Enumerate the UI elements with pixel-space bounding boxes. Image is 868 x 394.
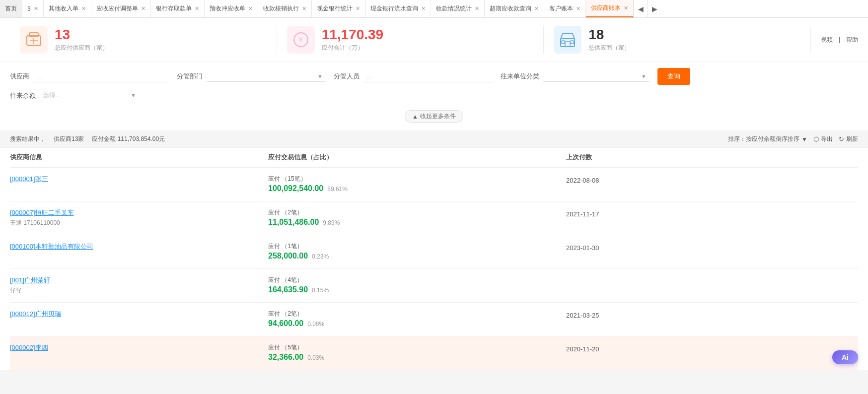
tx-percent-3: 0.23% (312, 253, 329, 260)
close-tab-ap-adjust[interactable]: ✕ (141, 5, 145, 12)
total-payable-suppliers-num: 13 (55, 28, 108, 42)
balance-filter-label: 往来余额 (10, 91, 36, 100)
category-filter-select[interactable]: ▼ (543, 71, 650, 82)
supplier-info-4: [001]广州荣轩 仔仔 (10, 276, 268, 295)
close-tab-overdue-query[interactable]: ✕ (534, 5, 539, 12)
nav-tab-other-income[interactable]: 其他收入单 ✕ (44, 0, 91, 17)
nav-tab-customer-account[interactable]: 客户账本 ✕ (544, 0, 586, 17)
supplier-sub-4: 仔仔 (10, 286, 268, 295)
close-tab-cash-bank-flow[interactable]: ✕ (421, 5, 426, 12)
supplier-filter-label: 供应商 (10, 72, 29, 81)
total-suppliers-label: 总供应商（家） (588, 44, 630, 52)
video-link[interactable]: 视频 (821, 36, 833, 44)
tx-amount-2: 11,051,486.00 (268, 218, 319, 227)
close-tab-3[interactable]: ✕ (34, 5, 38, 12)
summary-card-suppliers: 13 总应付供应商（家） (10, 26, 277, 54)
right-actions: 排序：按应付余额倒序排序 ▼ ⬡ 导出 ↻ 刷新 (728, 135, 858, 143)
nav-tab-overdue-query[interactable]: 超期应收款查询 ✕ (485, 0, 544, 17)
nav-tab-supplier-account[interactable]: 供应商账本 ✕ (586, 0, 634, 17)
help-link[interactable]: 帮助 (846, 36, 858, 44)
category-filter-label: 往来单位分类 (501, 72, 539, 81)
query-button[interactable]: 查询 (657, 68, 690, 85)
svg-rect-7 (565, 42, 570, 47)
export-label: 导出 (821, 135, 833, 143)
table-row: [000100]本特勤油品有限公司 应付 （1笔） 258,000.00 0.2… (10, 235, 858, 269)
svg-rect-8 (562, 41, 565, 44)
category-dropdown-arrow: ▼ (641, 73, 647, 79)
nav-tab-reconcile-exec[interactable]: 收款核销执行 ✕ (258, 0, 312, 17)
total-payable-amount-num: 11,170.39 (322, 28, 384, 42)
nav-tab-collection-stat[interactable]: 收款情况统计 ✕ (431, 0, 485, 17)
tx-percent-2: 9.89% (323, 219, 340, 226)
supplier-icon (20, 26, 48, 54)
dept-filter-select[interactable]: ▼ (207, 71, 326, 82)
balance-placeholder: 选择... (43, 91, 61, 100)
supplier-link-5[interactable]: [000012]广州贝瑞 (10, 310, 61, 318)
close-tab-cash-bank-stat[interactable]: ✕ (356, 5, 360, 12)
nav-tab-cash-bank-stat[interactable]: 现金银行统计 ✕ (312, 0, 365, 17)
ai-button[interactable]: Ai (832, 350, 858, 364)
nav-tab-home[interactable]: 首页 (0, 0, 22, 17)
total-suppliers-num: 18 (588, 28, 630, 42)
table-header: 供应商信息 应付交易信息（占比） 上次付数 (10, 148, 858, 168)
table-row: [000007]恒旺二手叉车 王通 17106110000 应付 （2笔） 11… (10, 201, 858, 235)
close-tab-customer-account[interactable]: ✕ (576, 5, 580, 12)
supplier-link-1[interactable]: [000001]张三 (10, 175, 48, 183)
close-tab-bank-deposit[interactable]: ✕ (195, 5, 199, 12)
person-filter-input[interactable] (363, 70, 493, 82)
tx-amount-1: 100,092,540.00 (268, 184, 323, 193)
close-tab-collection-stat[interactable]: ✕ (475, 5, 479, 12)
supplier-info-3: [000100]本特勤油品有限公司 (10, 242, 268, 251)
result-bar: 搜索结果中， 供应商13家 应付金额 111,703,854.00元 排序：按应… (0, 131, 868, 148)
sort-label: 排序：按应付余额倒序排序 (728, 135, 799, 143)
close-tab-supplier-account[interactable]: ✕ (624, 5, 628, 11)
close-tab-other-income[interactable]: ✕ (81, 5, 86, 12)
tx-amount-5: 94,600.00 (268, 319, 303, 328)
last-pay-2: 2021-11-17 (566, 208, 858, 218)
export-icon: ⬡ (813, 135, 819, 143)
collapse-bar: ▲ 收起更多条件 (10, 106, 858, 125)
svg-rect-6 (561, 39, 575, 47)
dept-dropdown-arrow: ▼ (317, 73, 323, 79)
last-pay-1: 2022-08-08 (566, 175, 858, 184)
refresh-button[interactable]: ↻ 刷新 (839, 135, 858, 143)
store-icon (554, 26, 581, 54)
supplier-link-2[interactable]: [000007]恒旺二手叉车 (10, 209, 74, 216)
nav-tab-bank-deposit[interactable]: 银行存取款单 ✕ (151, 0, 205, 17)
filter-row-2: 往来余额 选择... ▼ (10, 89, 858, 102)
balance-filter-select[interactable]: 选择... ▼ (40, 89, 139, 102)
result-supplier-count: 供应商13家 (54, 135, 84, 143)
sort-select[interactable]: 排序：按应付余额倒序排序 ▼ (728, 135, 807, 143)
nav-prev-arrow[interactable]: ◀ (634, 0, 648, 17)
filter-balance: 往来余额 选择... ▼ (10, 89, 139, 102)
supplier-info-6: [000002]李四 (10, 343, 268, 352)
supplier-sub-2: 王通 17106110000 (10, 219, 268, 227)
refresh-icon: ↻ (839, 135, 844, 143)
total-payable-suppliers-label: 总应付供应商（家） (55, 44, 108, 52)
nav-next-arrow[interactable]: ▶ (648, 0, 661, 17)
nav-tab-advance-reconcile[interactable]: 预收冲应收单 ✕ (205, 0, 258, 17)
tx-amount-4: 164,635.90 (268, 285, 308, 294)
nav-tab-cash-bank-flow[interactable]: 现金银行流水查询 ✕ (365, 0, 431, 17)
filter-row-1: 供应商 分管部门 ▼ 分管人员 往来单位分类 ▼ 查询 (10, 68, 858, 85)
svg-rect-9 (571, 41, 574, 44)
close-tab-advance-reconcile[interactable]: ✕ (248, 5, 253, 12)
close-tab-reconcile-exec[interactable]: ✕ (302, 5, 306, 12)
nav-tab-3[interactable]: 3 ✕ (22, 0, 44, 17)
supplier-link-4[interactable]: [001]广州荣轩 (10, 276, 50, 284)
tx-amount-6: 32,366.00 (268, 353, 303, 362)
sort-arrow: ▼ (801, 136, 807, 143)
supplier-link-6[interactable]: [000002]李四 (10, 344, 48, 351)
nav-tab-ap-adjust[interactable]: 应收应付调整单 ✕ (91, 0, 151, 17)
collapse-button[interactable]: ▲ 收起更多条件 (405, 110, 463, 123)
supplier-filter-input[interactable] (33, 70, 169, 82)
last-pay-6: 2020-11-20 (566, 343, 858, 353)
supplier-link-3[interactable]: [000100]本特勤油品有限公司 (10, 243, 93, 250)
col-supplier-header: 供应商信息 (10, 153, 268, 162)
tx-amount-3: 258,000.00 (268, 252, 308, 261)
top-right-links: 视频 | 帮助 (811, 36, 858, 44)
filter-category: 往来单位分类 ▼ (501, 71, 650, 82)
export-button[interactable]: ⬡ 导出 (813, 135, 833, 143)
svg-text:¥: ¥ (298, 36, 303, 44)
result-info: 搜索结果中， 供应商13家 应付金额 111,703,854.00元 (10, 135, 165, 143)
